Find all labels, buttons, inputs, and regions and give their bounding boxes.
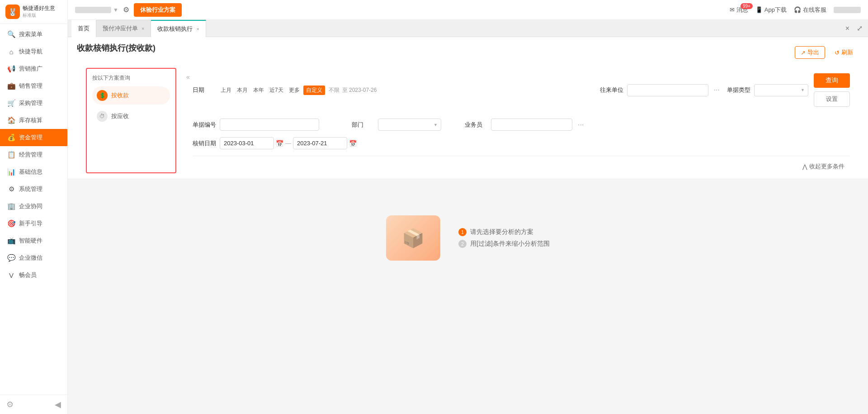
verify-date-start-cal-icon[interactable]: 📅 [276,140,283,147]
collapse-conditions-button[interactable]: ⋀ 收起更多条件 [797,160,850,173]
sidebar-item-guide[interactable]: 🎯 新手引导 [0,215,67,232]
by-receivable-label: 按应收 [111,112,129,120]
sidebar-label-wechat: 企业微信 [19,254,42,262]
filter-panel-title: 按以下方案查询 [92,74,170,82]
salesperson-more-icon[interactable]: ··· [576,121,585,129]
tab-receipt-verify[interactable]: 收款核销执行 × [151,20,206,37]
doc-type-select[interactable] [754,84,808,96]
messages-button[interactable]: ✉ 消息 99+ [730,6,748,14]
sidebar-item-basic[interactable]: 📊 基础信息 [0,163,67,181]
tab-home[interactable]: 首页 [71,20,96,37]
date-more[interactable]: 更多 [287,86,302,95]
sidebar-label-funds: 资金管理 [19,133,42,142]
date-range-text: 不限 至 2023-07-26 [329,86,377,94]
account-dropdown-icon[interactable]: ▼ [113,7,118,13]
sidebar-label-enterprise: 企业协同 [19,202,42,210]
sidebar-item-system[interactable]: ⚙ 系统管理 [0,181,67,198]
sidebar-item-member[interactable]: V 畅会员 [0,266,67,284]
sidebar-label-purchase: 采购管理 [19,99,42,107]
sidebar-icon-operations: 📋 [7,151,15,159]
sidebar-item-operations[interactable]: 📋 经营管理 [0,146,67,163]
app-download-button[interactable]: 📱 App下载 [755,6,787,14]
salesperson-input[interactable] [491,119,572,131]
empty-tip-1: 1 请先选择要分析的方案 [458,228,550,236]
date-range-to: 至 2023-07-26 [342,86,377,94]
sidebar-item-funds[interactable]: 💰 资金管理 [0,129,67,146]
sidebar: 🐰 畅捷通好生意 标准版 🔍 搜索菜单 ⌂ 快捷导航 📢 营销推广 💼 销售管理… [0,0,68,414]
sidebar-item-sales[interactable]: 💼 销售管理 [0,77,67,95]
setting-button[interactable]: 设置 [814,91,850,107]
counterpart-more-icon[interactable]: ··· [712,86,722,94]
sidebar-label-search: 搜索菜单 [19,30,42,38]
doc-num-input[interactable] [220,119,319,131]
sidebar-item-quicknav[interactable]: ⌂ 快捷导航 [0,43,67,60]
date-custom[interactable]: 自定义 [303,86,325,95]
by-receipt-label: 按收款 [111,91,129,100]
tabs-actions: × ⤢ [844,22,864,34]
salesperson-label: 业务员 [465,121,487,129]
sidebar-icon-wechat: 💬 [7,254,15,262]
counterpart-field: 往来单位 ··· [600,84,722,96]
department-select[interactable] [378,119,441,131]
collapse-sidebar-icon[interactable]: ◀ [55,400,61,409]
date-this-month[interactable]: 本月 [235,86,250,95]
logo-text-block: 畅捷通好生意 标准版 [23,5,55,19]
sidebar-icon-member: V [7,271,15,279]
window-expand-icon[interactable]: ⤢ [855,22,864,34]
export-label: 导出 [807,48,819,57]
verify-date-end-cal-icon[interactable]: 📅 [349,140,357,147]
tip-num-1: 1 [458,228,467,236]
collapse-icon: ⋀ [802,163,807,170]
sidebar-item-marketing[interactable]: 📢 营销推广 [0,60,67,77]
sidebar-label-hardware: 智能硬件 [19,237,42,245]
verify-date-end[interactable] [293,137,347,149]
empty-icon: 📦 [402,228,425,249]
sidebar-footer: ⚙ ◀ [0,395,67,414]
date-last-month[interactable]: 上月 [219,86,233,95]
query-button[interactable]: 查询 [814,73,850,88]
settings-footer-icon[interactable]: ⚙ [6,400,14,409]
user-avatar [834,7,861,13]
topbar-account: ▼ [75,7,118,13]
sidebar-item-search[interactable]: 🔍 搜索菜单 [0,26,67,43]
online-service-button[interactable]: 🎧 在线客服 [794,6,826,14]
sidebar-item-hardware[interactable]: 📺 智能硬件 [0,232,67,249]
window-close-icon[interactable]: × [844,23,851,34]
date-last-7-days[interactable]: 近7天 [268,86,285,95]
filter-by-receipt[interactable]: 💲 按收款 [92,86,170,105]
filter-row-2: 单据编号 部门 [193,119,850,131]
sidebar-icon-search: 🔍 [7,30,15,38]
filter-by-receivable[interactable]: ⏱ 按应收 [92,107,170,125]
user-info[interactable] [834,7,861,13]
doc-type-field: 单据类型 ··· [727,84,808,96]
tab-prepay[interactable]: 预付冲应付单 × [96,20,151,37]
date-no-limit: 不限 [329,86,340,94]
topbar-gear-icon[interactable]: ⚙ [123,5,129,14]
tab-home-label: 首页 [78,24,90,33]
date-shortcuts: 上月 本月 本年 近7天 更多 自定义 [219,86,325,95]
sidebar-icon-inventory: 🏠 [7,116,15,124]
industry-solution-button[interactable]: 休验行业方案 [134,3,182,17]
tab-prepay-close[interactable]: × [142,26,144,31]
date-label: 日期 [193,86,215,94]
sidebar-label-member: 畅会员 [19,271,37,279]
sidebar-item-purchase[interactable]: 🛒 采购管理 [0,95,67,112]
verify-date-label: 核销日期 [193,139,216,148]
query-buttons: 查询 设置 [814,68,850,112]
logo-subtitle: 标准版 [23,12,55,19]
by-receipt-icon: 💲 [97,90,108,101]
counterpart-input[interactable] [627,84,708,96]
collapse-filter-btn[interactable]: « [184,68,193,86]
sidebar-item-enterprise[interactable]: 🏢 企业协同 [0,198,67,215]
filter-panel: 按以下方案查询 💲 按收款 ⏱ 按应收 « [77,62,859,179]
tip-num-2: 2 [458,240,467,248]
sidebar-item-inventory[interactable]: 🏠 库存核算 [0,112,67,129]
logo-title: 畅捷通好生意 [23,5,55,12]
date-this-year[interactable]: 本年 [251,86,266,95]
tab-receipt-verify-close[interactable]: × [196,26,199,32]
refresh-button[interactable]: ↺ 刷新 [829,46,859,59]
sidebar-icon-basic: 📊 [7,168,15,176]
verify-date-start[interactable] [220,137,274,149]
sidebar-item-wechat[interactable]: 💬 企业微信 [0,249,67,266]
export-button[interactable]: ↗ 导出 [795,46,825,59]
